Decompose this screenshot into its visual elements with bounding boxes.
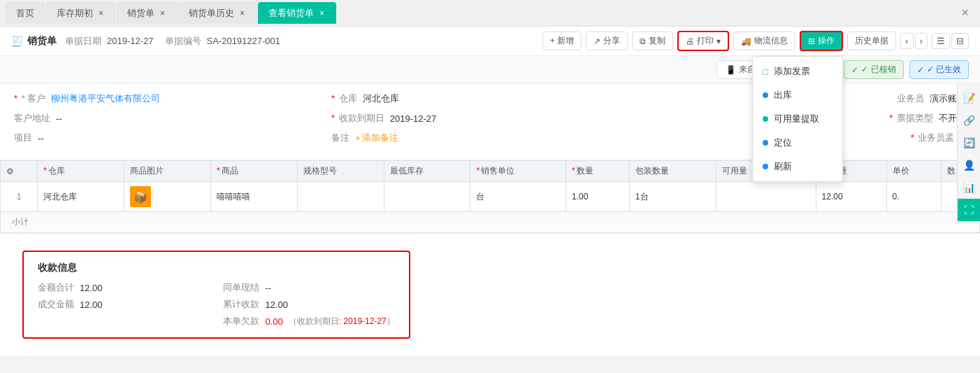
tab-sales-history[interactable]: 销货单历史 × [178, 2, 257, 24]
check-icon1: ✓ [851, 65, 858, 75]
doc-title: 🧾 销货单 [11, 35, 57, 48]
current-due-row: 本单欠款 0.00 （收款到期日: 2019-12-27） [223, 315, 394, 328]
locate-dot [763, 140, 768, 146]
logistics-icon: 🚚 [741, 36, 751, 46]
plus-icon: + [355, 133, 361, 143]
ticket-type-label: * 票据类型 [889, 112, 933, 125]
warehouse-label: * 仓库 [331, 92, 357, 105]
deal-amount-row: 成交金额 12.00 [38, 298, 209, 311]
doc-type-label: 销货单 [27, 35, 57, 48]
right-icon-link[interactable]: 🔗 [958, 109, 980, 132]
mobile-icon: 📱 [726, 65, 736, 75]
doc-icon: 🧾 [11, 36, 23, 47]
tab-check-close[interactable]: × [318, 8, 326, 18]
settings-icon: ⚙ [6, 167, 14, 176]
right-icon-refresh[interactable]: 🔄 [958, 132, 980, 154]
row-min-stock [384, 182, 470, 212]
row-available [716, 182, 816, 212]
logistics-button[interactable]: 🚚 物流信息 [733, 31, 795, 50]
col-warehouse: *仓库 [38, 161, 124, 182]
row-qty: 1.00 [566, 182, 630, 212]
warehouse-value: 河北仓库 [363, 92, 399, 105]
customer-value[interactable]: 柳州粤港平安气体有限公司 [51, 92, 160, 105]
project-label: 项目 [14, 132, 32, 144]
col-product: *商品 [211, 161, 298, 182]
share-button[interactable]: ↗ 分享 [586, 31, 628, 50]
tab-check-label: 查看销货单 [268, 7, 314, 20]
grid-view-btn[interactable]: ⊟ [951, 33, 969, 49]
col-settings[interactable]: ⚙ [1, 161, 38, 182]
dropdown-add-invoice[interactable]: □ 添加发票 [753, 59, 842, 83]
tab-inventory-init[interactable]: 库存期初 × [46, 2, 115, 24]
cumulative-row: 累计收款 12.00 [223, 298, 394, 311]
dropdown-refresh[interactable]: 刷新 [753, 155, 842, 178]
right-icon-user[interactable]: 👤 [958, 154, 980, 176]
note-label: 备注 [331, 132, 350, 144]
history-button[interactable]: 历史单据 [847, 31, 896, 50]
tab-inventory-close[interactable]: × [97, 8, 105, 18]
operations-button[interactable]: ⊞ 操作 [800, 31, 843, 51]
col-product-img: 商品图片 [124, 161, 211, 182]
due-note: （收款到期日: 2019-12-27） [289, 316, 395, 328]
date-label: 单据日期 2019-12-27 [65, 35, 154, 48]
right-icon-chart[interactable]: 📊 [958, 176, 980, 199]
outbound-label: 出库 [774, 89, 792, 101]
row-product-img: 📦 [124, 182, 211, 212]
subtotal-row: 小计 [1, 212, 980, 233]
tab-home-label: 首页 [16, 7, 34, 20]
payment-date-value: 2019-12-27 [390, 113, 437, 124]
refresh-dot [763, 164, 768, 169]
row-pack-qty: 1台 [629, 182, 716, 212]
right-icon-edit[interactable]: 📝 [958, 87, 980, 109]
refresh-label: 刷新 [774, 160, 792, 173]
payment-section-wrapper: 收款信息 金额合计 12.00 同单现结 -- 成交金额 12.00 累计收款 … [0, 234, 980, 356]
window-close-btn[interactable]: × [956, 6, 974, 20]
available-qty-label: 可用量提取 [774, 113, 819, 125]
col-unit: *销售单位 [470, 161, 566, 182]
warehouse-field: * 仓库 河北仓库 [331, 92, 649, 105]
date-value: 2019-12-27 [107, 36, 154, 46]
view-toggle: ☰ ⊟ [932, 33, 969, 49]
tab-bar: 首页 库存期初 × 销货单 × 销货单历史 × 查看销货单 × × [0, 0, 980, 27]
tab-home[interactable]: 首页 [6, 2, 45, 24]
cumulative-value: 12.00 [265, 300, 288, 310]
operations-dropdown-menu: □ 添加发票 出库 可用量提取 定位 [752, 56, 843, 182]
tab-sales-close[interactable]: × [159, 8, 166, 18]
tab-history-close[interactable]: × [238, 8, 246, 18]
col-spec: 规格型号 [297, 161, 384, 182]
dropdown-available-qty[interactable]: 可用量提取 [753, 107, 842, 131]
dropdown-locate[interactable]: 定位 [753, 131, 842, 155]
row-price: 0. [886, 182, 941, 212]
right-icons: 📝 🔗 🔄 👤 📊 ⛶ [957, 84, 980, 224]
doc-info: 🧾 销货单 单据日期 2019-12-27 单据编号 SA-20191227-0… [11, 35, 280, 48]
current-due-value: 0.00 [265, 316, 282, 327]
dropdown-outbound[interactable]: 出库 [753, 83, 842, 107]
col-pack-qty: 包装数量 [629, 161, 716, 182]
nav-prev[interactable]: ‹ [900, 33, 913, 49]
right-icon-expand[interactable]: ⛶ [958, 199, 980, 221]
same-order-value: -- [265, 283, 271, 293]
operations-dropdown-wrapper: ⊞ 操作 □ 添加发票 出库 可用量提取 [800, 31, 843, 51]
product-image: 📦 [130, 186, 151, 207]
payment-total-row: 金额合计 12.00 [38, 281, 209, 294]
print-dropdown-arrow: ▾ [716, 36, 721, 46]
address-value: -- [56, 113, 62, 124]
cancelled-status: ✓ ✓ 已核销 [844, 60, 903, 79]
same-order-row: 同单现结 -- [223, 281, 394, 294]
add-note-btn[interactable]: + 添加备注 [355, 132, 398, 144]
total-label: 金额合计 [38, 281, 74, 294]
toolbar-section: 🧾 销货单 单据日期 2019-12-27 单据编号 SA-20191227-0… [0, 27, 980, 56]
copy-button[interactable]: ⧉ 复制 [632, 31, 673, 50]
list-view-btn[interactable]: ☰ [932, 33, 950, 49]
locate-label: 定位 [774, 136, 792, 149]
main-area: 🧾 销货单 单据日期 2019-12-27 单据编号 SA-20191227-0… [0, 27, 980, 356]
payment-title: 收款信息 [38, 262, 395, 274]
nav-next[interactable]: › [915, 33, 928, 49]
nav-arrows: ‹ › [900, 33, 928, 49]
tab-sales-order[interactable]: 销货单 × [117, 2, 177, 24]
row-spec [297, 182, 384, 212]
new-button[interactable]: + 新增 [542, 31, 582, 50]
print-button[interactable]: 🖨 打印 ▾ [677, 31, 729, 51]
add-note-label: 添加备注 [362, 132, 398, 144]
tab-check-sales[interactable]: 查看销货单 × [258, 2, 336, 24]
